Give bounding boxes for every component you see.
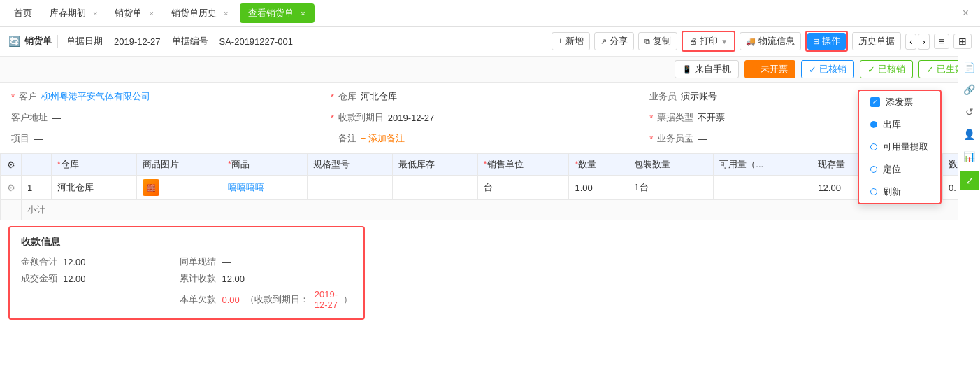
sold-status-button[interactable]: ✓ 已核销 — [860, 60, 913, 78]
grid-view-button[interactable]: ≡ — [934, 34, 949, 49]
check-icon: ✓ — [809, 64, 816, 75]
tab-home[interactable]: 首页 — [6, 0, 41, 27]
window-close-button[interactable]: × — [957, 7, 974, 20]
payment-date-value: 2019-12-27 — [388, 113, 435, 123]
copy-button[interactable]: ⧉ 复制 — [638, 32, 677, 50]
project-field: 项目 — — [11, 130, 331, 147]
row-model — [307, 176, 392, 200]
row-quantity: 1.00 — [569, 176, 628, 200]
row-product[interactable]: 嘻嘻嘻嘻 — [222, 176, 307, 200]
table-row: ⚙ 1 河北仓库 🧱 嘻嘻嘻嘻 台 1.00 1台 12.00 12.00 0. — [1, 176, 980, 200]
right-sidebar: 📄 🔗 ↺ 👤 📊 ⤢ — [958, 53, 980, 373]
product-table: ⚙ *仓库 商品图片 *商品 规格型号 最低库存 *销售单位 *数量 包装数量 … — [0, 153, 980, 220]
from-phone-button[interactable]: 📱 来自手机 — [675, 60, 739, 78]
operation-dropdown: ✓ 添发票 出库 可用量提取 定位 刷新 — [858, 90, 942, 204]
sidebar-chart-icon[interactable]: 📊 — [961, 148, 978, 165]
invoice-status-button[interactable]: 未开票 — [744, 60, 795, 78]
close-tab-view[interactable]: × — [301, 9, 305, 17]
row-settings[interactable]: ⚙ — [1, 176, 22, 200]
total-value: 12.00 — [63, 257, 86, 267]
list-view-button[interactable]: ⊞ — [953, 34, 972, 49]
product-image: 🧱 — [143, 179, 159, 196]
close-tab-sales[interactable]: × — [149, 9, 153, 17]
doc-toolbar: 🔄 销货单 单据日期 2019-12-27 单据编号 SA-20191227-0… — [0, 27, 980, 57]
history-button[interactable]: 历史单据 — [852, 32, 901, 50]
sidebar-link-icon[interactable]: 🔗 — [961, 81, 978, 98]
prev-button[interactable]: ‹ — [905, 34, 916, 50]
col-settings[interactable]: ⚙ — [1, 154, 22, 176]
col-warehouse: *仓库 — [51, 154, 136, 176]
number-value: SA-20191227-001 — [219, 36, 294, 47]
add-note-button[interactable]: + 添加备注 — [361, 132, 405, 145]
dropdown-locate[interactable]: 定位 — [859, 158, 940, 181]
row-warehouse: 河北仓库 — [51, 176, 136, 200]
same-order-value: — — [222, 257, 231, 267]
toolbar-right: + 新增 ↗ 分享 ⧉ 复制 🖨 打印 ▼ 🚚 物流信息 — [552, 31, 972, 52]
add-invoice-icon: ✓ — [870, 97, 880, 107]
doc-title-text: 销货单 — [24, 35, 52, 48]
tab-inventory-init[interactable]: 库存期初 × — [41, 0, 106, 27]
payment-title: 收款信息 — [21, 236, 352, 248]
cumulative-value: 12.00 — [222, 274, 245, 284]
dropdown-outbound[interactable]: 出库 — [859, 113, 940, 136]
bottom-area: 收款信息 金额合计 12.00 同单现结 — 成交金额 12.00 累计收款 1… — [0, 220, 980, 331]
sidebar-doc-icon[interactable]: 📄 — [961, 59, 978, 76]
project-value: — — [34, 134, 43, 144]
main-content: 🔄 销货单 单据日期 2019-12-27 单据编号 SA-20191227-0… — [0, 27, 980, 373]
sidebar-expand-icon[interactable]: ⤢ — [960, 171, 979, 190]
col-min-stock: 最低库存 — [392, 154, 477, 176]
dropdown-available-qty[interactable]: 可用量提取 — [859, 136, 940, 158]
customer-value[interactable]: 柳州粤港平安气体有限公司 — [41, 90, 150, 103]
col-image: 商品图片 — [136, 154, 222, 176]
date-value: 2019-12-27 — [114, 36, 161, 47]
row-pack-qty: 1台 — [628, 176, 714, 200]
share-button[interactable]: ↗ 分享 — [594, 32, 634, 50]
col-seq — [22, 154, 52, 176]
sidebar-user-icon[interactable]: 👤 — [961, 126, 978, 143]
col-model: 规格型号 — [307, 154, 392, 176]
note-field: * 备注 + 添加备注 — [331, 130, 650, 147]
print-operation-group: 🖨 打印 ▼ — [682, 31, 735, 52]
operation-button-group: ⊞ 操作 — [805, 31, 848, 52]
sidebar-rotate-icon[interactable]: ↺ — [961, 104, 978, 120]
ticket-type-value: 不开票 — [698, 111, 725, 124]
deal-amount-value: 12.00 — [63, 274, 86, 284]
new-button[interactable]: + 新增 — [552, 32, 590, 50]
payment-date-field: * 收款到期日 2019-12-27 — [331, 109, 650, 126]
row-image: 🧱 — [136, 176, 222, 200]
row-seq: 1 — [22, 176, 52, 200]
effect-check-icon: ✓ — [926, 64, 934, 75]
col-quantity: *数量 — [569, 154, 628, 176]
col-product: *商品 — [222, 154, 307, 176]
print-button[interactable]: 🖨 打印 ▼ — [684, 33, 733, 50]
arrears-item: 本单欠款 0.00 （收款到期日： 2019-12-27 ） — [180, 289, 352, 310]
number-label: 单据编号 — [172, 35, 208, 48]
doc-meta: 单据日期 2019-12-27 单据编号 SA-20191227-001 — [66, 35, 293, 48]
close-tab-inventory[interactable]: × — [93, 9, 97, 17]
col-pack-qty: 包装数量 — [628, 154, 714, 176]
form-section: * 客户 柳州粤港平安气体有限公司 * 仓库 河北仓库 业务员 演示账号 客户地… — [0, 83, 980, 153]
product-table-container: ⚙ *仓库 商品图片 *商品 规格型号 最低库存 *销售单位 *数量 包装数量 … — [0, 153, 980, 220]
logistics-button[interactable]: 🚚 物流信息 — [740, 32, 801, 50]
dropdown-add-invoice[interactable]: ✓ 添发票 — [859, 91, 940, 113]
row-unit: 台 — [477, 176, 569, 200]
tab-bar: 首页 库存期初 × 销货单 × 销货单历史 × 查看销货单 × × — [0, 0, 980, 27]
same-order-item: 同单现结 — — [180, 255, 352, 268]
deal-amount-item: 成交金额 12.00 — [21, 272, 168, 285]
total-amount-item: 金额合计 12.00 — [21, 255, 168, 268]
close-tab-history[interactable]: × — [224, 9, 228, 17]
next-button[interactable]: › — [918, 34, 929, 50]
operation-button[interactable]: ⊞ 操作 — [807, 33, 846, 50]
sold-check-icon: ✓ — [867, 64, 875, 75]
available-qty-icon — [870, 143, 877, 150]
subtotal-label: 小计 — [22, 200, 980, 220]
tab-sales-history[interactable]: 销货单历史 × — [163, 0, 237, 27]
verified-button[interactable]: ✓ 已核销 — [801, 60, 854, 78]
tab-view-sales-order[interactable]: 查看销货单 × — [240, 3, 314, 23]
tab-sales-order[interactable]: 销货单 × — [106, 0, 162, 27]
date-label: 单据日期 — [66, 35, 103, 48]
dropdown-refresh[interactable]: 刷新 — [859, 181, 940, 203]
refresh-icon — [870, 188, 877, 195]
col-unit: *销售单位 — [477, 154, 569, 176]
locate-icon — [870, 166, 877, 173]
